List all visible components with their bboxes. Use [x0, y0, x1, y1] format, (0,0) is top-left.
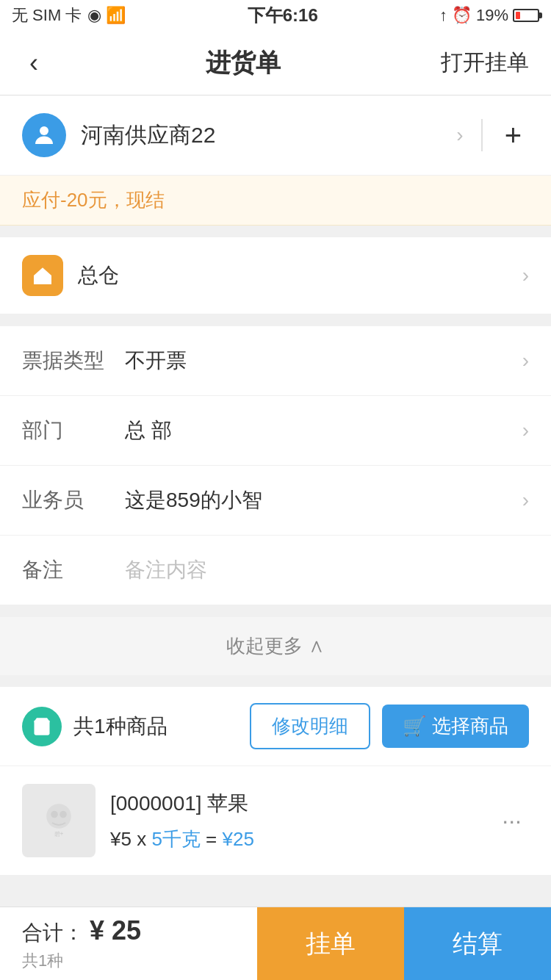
remark-value[interactable]: 备注内容	[125, 556, 529, 584]
select-product-button[interactable]: 🛒 选择商品	[382, 705, 529, 748]
supplier-chevron-icon: ›	[456, 123, 463, 147]
total-prefix: 合计：	[22, 919, 84, 947]
supplier-avatar	[22, 113, 66, 157]
total-amount: ¥ 25	[90, 915, 141, 946]
total-count: 共1种	[22, 950, 257, 968]
svg-point-4	[51, 811, 58, 818]
add-supplier-button[interactable]: +	[497, 119, 529, 152]
select-product-icon: 🛒	[403, 715, 426, 738]
department-row[interactable]: 部门 总 部 ›	[0, 396, 551, 466]
salesperson-row[interactable]: 业务员 这是859的小智 ›	[0, 466, 551, 536]
invoice-type-row[interactable]: 票据类型 不开票 ›	[0, 326, 551, 396]
department-chevron-icon: ›	[522, 419, 529, 442]
product-thumbnail: 碧+	[22, 784, 96, 857]
person-icon	[31, 122, 57, 148]
battery-percent: 19%	[476, 6, 508, 25]
product-total: ¥25	[223, 828, 254, 850]
status-bar: 无 SIM 卡 ◉ 📶 下午6:16 ↑ ⏰ 19%	[0, 0, 551, 31]
svg-text:碧+: 碧+	[54, 830, 64, 837]
remark-row[interactable]: 备注 备注内容	[0, 536, 551, 605]
collapse-row[interactable]: 收起更多 ∧	[0, 617, 551, 675]
supplier-divider	[481, 119, 483, 151]
supplier-row[interactable]: 河南供应商22 › +	[0, 96, 551, 176]
form-section: 票据类型 不开票 › 部门 总 部 › 业务员 这是859的小智 › 备注 备注…	[0, 326, 551, 605]
quantity: 5千克	[151, 828, 200, 850]
department-value: 总 部	[125, 417, 522, 444]
product-price: ¥5 x 5千克 = ¥25	[110, 826, 494, 852]
checkout-button[interactable]: 结算	[404, 907, 551, 968]
product-name: [0000001] 苹果	[110, 790, 494, 818]
salesperson-label: 业务员	[22, 486, 125, 514]
salesperson-chevron-icon: ›	[522, 489, 529, 512]
product-item: 碧+ [0000001] 苹果 ¥5 x 5千克 = ¥25 ···	[0, 766, 551, 875]
warehouse-section: 总仓 ›	[0, 237, 551, 314]
status-left: 无 SIM 卡 ◉ 📶	[12, 4, 126, 26]
bottom-bar: 合计： ¥ 25 共1种 挂单 结算	[0, 907, 551, 968]
status-right: ↑ ⏰ 19%	[439, 6, 539, 25]
department-label: 部门	[22, 417, 125, 444]
invoice-type-label: 票据类型	[22, 347, 125, 375]
carrier-label: 无 SIM 卡	[12, 4, 82, 26]
product-thumb-icon: 碧+	[37, 799, 81, 843]
product-info: [0000001] 苹果 ¥5 x 5千克 = ¥25	[110, 790, 494, 852]
location-icon: ↑	[439, 6, 447, 25]
product-more-button[interactable]: ···	[494, 800, 529, 842]
product-code: [0000001]	[110, 792, 202, 815]
total-label: 合计： ¥ 25	[22, 915, 257, 947]
svg-point-5	[60, 811, 67, 818]
products-section: 共1种商品 修改明细 🛒 选择商品 碧+ [00	[0, 687, 551, 875]
info-banner: 应付-20元，现结	[0, 176, 551, 226]
open-hang-button[interactable]: 打开挂单	[441, 48, 529, 78]
shopping-bag-icon	[32, 716, 52, 737]
products-count: 共1种商品	[73, 713, 250, 741]
warehouse-icon	[31, 264, 54, 287]
wifi-icon: ◉ 📶	[87, 6, 126, 25]
invoice-chevron-icon: ›	[522, 349, 529, 372]
gap	[0, 675, 551, 687]
back-button[interactable]: ‹	[22, 40, 46, 86]
supplier-section: 河南供应商22 › + 应付-20元，现结	[0, 96, 551, 226]
total-section: 合计： ¥ 25 共1种	[0, 907, 257, 968]
invoice-type-value: 不开票	[125, 347, 522, 375]
price-unit: ¥5	[110, 828, 132, 850]
salesperson-value: 这是859的小智	[125, 486, 522, 514]
svg-rect-1	[40, 278, 46, 284]
hang-button[interactable]: 挂单	[257, 907, 404, 968]
status-time: 下午6:16	[248, 4, 318, 27]
main-content: 河南供应商22 › + 应付-20元，现结 总仓 › 票据类型 不开票 ›	[0, 96, 551, 968]
remark-label: 备注	[22, 556, 125, 584]
products-header: 共1种商品 修改明细 🛒 选择商品	[0, 687, 551, 766]
products-icon-bg	[22, 707, 62, 746]
supplier-name: 河南供应商22	[81, 120, 456, 151]
product-title-text: 苹果	[207, 792, 248, 815]
alarm-icon: ⏰	[452, 6, 472, 25]
warehouse-name: 总仓	[78, 262, 522, 289]
svg-point-0	[40, 126, 48, 135]
warehouse-icon-bg	[22, 255, 63, 296]
edit-details-button[interactable]: 修改明细	[250, 703, 370, 749]
nav-bar: ‹ 进货单 打开挂单	[0, 31, 551, 96]
warehouse-row[interactable]: 总仓 ›	[0, 237, 551, 314]
warehouse-chevron-icon: ›	[522, 264, 529, 287]
battery-icon	[513, 9, 539, 22]
page-title: 进货单	[206, 46, 281, 80]
